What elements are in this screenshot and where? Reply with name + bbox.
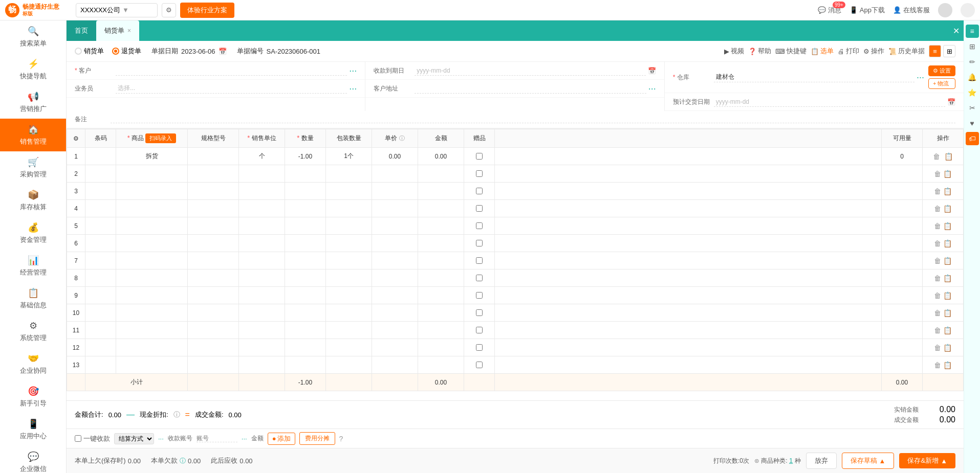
settings-action-btn[interactable]: ⚙ 设置 [928,65,955,76]
row-barcode[interactable] [85,148,116,165]
copy-row-icon[interactable]: 📋 [943,274,952,282]
save-new-btn[interactable]: 保存&新增 ▲ [899,453,955,468]
gift-checkbox[interactable] [476,188,483,194]
copy-row-icon[interactable]: 📋 [943,222,952,230]
delete-row-icon[interactable]: 🗑 [934,205,941,213]
right-panel-btn-star[interactable]: ⭐ [966,86,979,99]
delete-row-icon[interactable]: 🗑 [934,257,941,265]
avatar-2[interactable] [961,3,975,17]
gift-checkbox[interactable] [476,205,483,212]
message-btn[interactable]: 💬 消息 99+ [818,6,841,15]
right-panel-btn-grid[interactable]: ⊞ [966,40,979,53]
address-dots-icon[interactable]: ··· [646,84,656,93]
gift-checkbox[interactable] [476,292,483,299]
customer-address-input[interactable] [415,83,646,94]
tab-sales-order[interactable]: 销货单 × [96,20,139,41]
gift-checkbox[interactable] [476,275,483,281]
row-quantity[interactable]: -1.00 [285,148,326,165]
shortcut-btn[interactable]: ⌨ 快捷键 [775,47,807,56]
copy-row-icon[interactable]: 📋 [943,361,952,369]
copy-row-icon[interactable]: 📋 [943,309,952,317]
one-click-checkbox[interactable] [75,435,81,442]
sidebar-item-basics[interactable]: 📋 基础信息 [0,282,66,315]
customer-dots-icon[interactable]: ··· [347,66,357,75]
print-btn[interactable]: 🖨 打印 [838,47,859,56]
sidebar-item-inventory[interactable]: 📦 库存核算 [0,184,66,217]
row-amount[interactable]: 0.00 [418,148,464,165]
right-panel-btn-bell[interactable]: 🔔 [966,71,979,84]
add-payment-btn[interactable]: ● 添加 [268,433,295,445]
account-dots-icon[interactable]: ··· [158,435,164,442]
delivery-cal-icon[interactable]: 📅 [947,98,955,106]
gift-checkbox[interactable] [476,257,483,264]
delete-row-icon[interactable]: 🗑 [934,291,941,300]
logistics-action-btn[interactable]: + 物流 [928,78,955,89]
list-view-btn[interactable]: ≡ [929,45,941,57]
gift-checkbox[interactable] [476,327,483,333]
delete-row-icon[interactable]: 🗑 [933,152,940,161]
history-btn[interactable]: 📜 历史单据 [888,47,925,56]
tab-home[interactable]: 首页 [67,20,96,41]
select-btn[interactable]: 📋 选单 [811,47,834,56]
sidebar-item-quick-nav[interactable]: ⚡ 快捷导航 [0,53,66,86]
copy-row-icon[interactable]: 📋 [943,326,952,334]
gift-checkbox[interactable] [476,362,483,368]
right-panel-btn-scissors[interactable]: ✂ [966,101,979,115]
row-gift[interactable] [464,148,495,165]
draft-btn[interactable]: 保存草稿 ▲ [842,453,895,469]
radio-sales[interactable]: 销货单 [75,47,104,56]
sidebar-item-sales[interactable]: 🏠 销售管理 [0,119,66,151]
row-product[interactable]: 拆货 [116,148,188,165]
delete-row-icon[interactable]: 🗑 [934,361,941,369]
online-service-btn[interactable]: 👤 在线客服 [893,6,930,15]
expense-help-icon[interactable]: ? [339,435,343,443]
copy-row-icon[interactable]: 📋 [943,344,952,352]
copy-row-icon[interactable]: 📋 [943,239,952,247]
gift-checkbox[interactable] [476,153,483,160]
gift-checkbox[interactable] [476,309,483,316]
notes-input[interactable] [111,116,955,123]
delete-row-icon[interactable]: 🗑 [934,239,941,247]
warehouse-input[interactable]: 建材仓 [714,72,914,82]
gift-checkbox[interactable] [476,344,483,351]
copy-row-icon[interactable]: 📋 [943,291,952,300]
row-spec[interactable] [188,148,239,165]
copy-row-icon[interactable]: 📋 [943,205,952,213]
operation-btn[interactable]: ⚙ 操作 [863,47,884,56]
right-panel-btn-fav[interactable]: ♥ [966,117,979,130]
delete-row-icon[interactable]: 🗑 [934,344,941,352]
app-download-btn[interactable]: 📱 App下载 [850,6,885,15]
account-dots2-icon[interactable]: ··· [242,435,247,442]
copy-row-icon[interactable]: 📋 [944,152,953,161]
calc-method-select[interactable]: 结算方式 [114,433,154,444]
row-unit-price[interactable]: 0.00 [372,148,418,165]
delete-row-icon[interactable]: 🗑 [934,222,941,230]
sidebar-item-marketing[interactable]: 📢 营销推广 [0,86,66,119]
right-panel-btn-list[interactable]: ≡ [966,25,979,38]
trial-button[interactable]: 体验行业方案 [180,3,234,18]
grid-view-btn[interactable]: ⊞ [943,45,955,57]
th-settings[interactable]: ⚙ [67,129,85,148]
cash-discount-info[interactable]: ⓘ [173,410,180,419]
delete-row-icon[interactable]: 🗑 [934,274,941,282]
sidebar-item-finance[interactable]: 💰 资金管理 [0,217,66,250]
gift-checkbox[interactable] [476,222,483,229]
delete-row-icon[interactable]: 🗑 [934,309,941,317]
customer-input[interactable] [116,65,347,76]
sidebar-item-search[interactable]: 🔍 搜索菜单 [0,20,66,53]
sidebar-item-operations[interactable]: 📊 经营管理 [0,250,66,282]
gift-checkbox[interactable] [476,170,483,177]
date-calendar-icon[interactable]: 📅 [219,48,227,55]
sidebar-item-purchase[interactable]: 🛒 采购管理 [0,151,66,184]
scan-button[interactable]: 扫码录入 [145,133,176,143]
avatar[interactable] [938,3,952,17]
row-pack-qty[interactable]: 1个 [326,148,372,165]
copy-row-icon[interactable]: 📋 [943,187,952,195]
one-click-payment-check[interactable]: 一键收款 [75,434,110,443]
warehouse-dots-icon[interactable]: ··· [914,73,924,82]
delete-row-icon[interactable]: 🗑 [934,187,941,195]
product-count[interactable]: 1 [789,457,793,464]
payment-due-cal-icon[interactable]: 📅 [648,67,656,75]
close-window-icon[interactable]: ✕ [953,26,960,36]
salesman-dots-icon[interactable]: ··· [347,84,357,93]
